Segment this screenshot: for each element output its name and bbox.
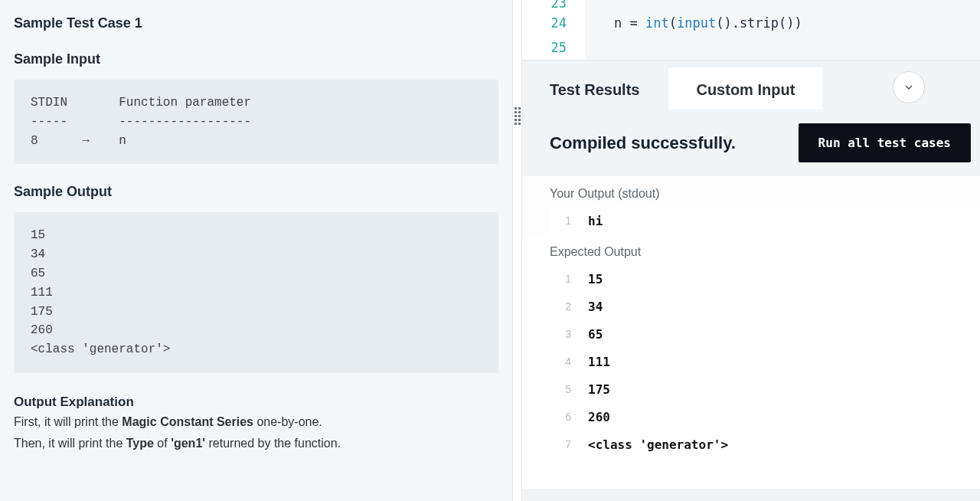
your-output-lines: 1 hi bbox=[550, 207, 980, 234]
your-output-section: Your Output (stdout) 1 hi bbox=[522, 176, 980, 234]
output-line-value: 175 bbox=[588, 382, 610, 397]
app-root: Sample Test Case 1 Sample Input STDIN Fu… bbox=[0, 0, 980, 501]
text: First, it will print the bbox=[14, 415, 122, 428]
code-editor[interactable]: 23 24 n = int(input().strip()) 25 bbox=[522, 0, 980, 61]
output-line-number: 1 bbox=[550, 214, 571, 227]
output-line-number: 6 bbox=[550, 411, 571, 423]
output-row: 7<class 'generator'> bbox=[550, 431, 980, 458]
output-line-value: 34 bbox=[588, 300, 603, 314]
expected-output-lines: 1152343654111517562607<class 'generator'… bbox=[550, 265, 980, 458]
output-explanation: Output Explanation First, it will print … bbox=[14, 395, 498, 453]
text: of bbox=[154, 437, 171, 450]
output-row: 5175 bbox=[550, 375, 980, 403]
output-line-value: 15 bbox=[588, 272, 603, 287]
explanation-heading: Output Explanation bbox=[14, 395, 498, 410]
expected-output-section: Expected Output 1152343654111517562607<c… bbox=[522, 234, 980, 489]
problem-panel: Sample Test Case 1 Sample Input STDIN Fu… bbox=[0, 0, 512, 501]
code-line: 24 n = int(input().strip()) bbox=[522, 11, 980, 35]
grip-icon bbox=[514, 107, 521, 130]
output-line-value: hi bbox=[588, 214, 603, 228]
results-panel: Test Results Custom Input Compiled succe… bbox=[522, 61, 980, 501]
output-line-value: 260 bbox=[588, 410, 610, 424]
bold-text: Magic Constant Series bbox=[122, 415, 253, 428]
line-number: 25 bbox=[522, 35, 585, 60]
output-line-number: 4 bbox=[550, 355, 571, 368]
output-row: 6260 bbox=[550, 403, 980, 431]
output-row: 115 bbox=[550, 265, 980, 293]
chevron-down-icon bbox=[903, 81, 915, 93]
results-tabs: Test Results Custom Input bbox=[522, 61, 980, 110]
code-line: 23 bbox=[522, 0, 980, 11]
sample-input-block: STDIN Function parameter ----- ---------… bbox=[14, 80, 498, 164]
output-line-value: <class 'generator'> bbox=[588, 437, 728, 452]
sample-case-title: Sample Test Case 1 bbox=[14, 15, 498, 31]
output-line-number: 7 bbox=[550, 438, 571, 450]
explanation-line-2: Then, it will print the Type of 'gen1' r… bbox=[14, 434, 498, 453]
output-line-value: 65 bbox=[588, 327, 603, 342]
code-text: n = int(input().strip()) bbox=[585, 15, 802, 31]
output-row: 4111 bbox=[550, 348, 980, 375]
sample-input-heading: Sample Input bbox=[14, 51, 498, 67]
editor-panel: 23 24 n = int(input().strip()) 25 Test R… bbox=[522, 0, 980, 501]
bold-text: Type bbox=[126, 437, 154, 450]
output-row: 1 hi bbox=[550, 207, 980, 234]
compile-status-row: Compiled successfully. Run all test case… bbox=[522, 110, 980, 176]
output-line-number: 5 bbox=[550, 383, 571, 395]
text: returned by the function. bbox=[205, 437, 341, 450]
output-row: 365 bbox=[550, 320, 980, 348]
sample-output-heading: Sample Output bbox=[14, 184, 498, 200]
explanation-line-1: First, it will print the Magic Constant … bbox=[14, 413, 498, 431]
run-all-button[interactable]: Run all test cases bbox=[799, 123, 971, 162]
bold-text: 'gen1' bbox=[171, 437, 205, 450]
text: Then, it will print the bbox=[14, 437, 126, 450]
pane-resize-handle[interactable] bbox=[512, 0, 522, 501]
output-row: 234 bbox=[550, 293, 980, 320]
sample-output-block: 15 34 65 111 175 260 <class 'generator'> bbox=[14, 212, 498, 373]
line-number: 23 bbox=[522, 0, 585, 11]
collapse-panel-button[interactable] bbox=[893, 71, 925, 103]
expected-output-label: Expected Output bbox=[550, 245, 980, 259]
output-line-number: 3 bbox=[550, 328, 571, 340]
tab-test-results[interactable]: Test Results bbox=[550, 67, 665, 110]
compile-status: Compiled successfully. bbox=[550, 133, 736, 153]
line-number: 24 bbox=[522, 11, 585, 35]
output-line-value: 111 bbox=[588, 355, 610, 369]
tab-custom-input[interactable]: Custom Input bbox=[668, 67, 822, 110]
code-line: 25 bbox=[522, 35, 980, 60]
output-line-number: 2 bbox=[550, 300, 571, 313]
output-line-number: 1 bbox=[550, 273, 571, 285]
text: one-by-one. bbox=[253, 415, 322, 428]
your-output-label: Your Output (stdout) bbox=[550, 187, 980, 201]
